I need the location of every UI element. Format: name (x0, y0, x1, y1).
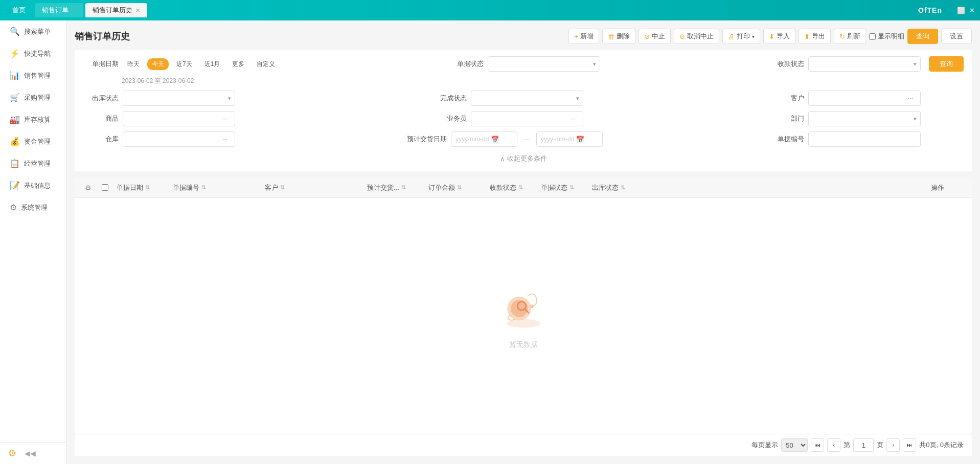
stop-button[interactable]: ⊘ 中止 (639, 29, 671, 44)
first-page-btn[interactable]: ⏮ (811, 438, 824, 452)
th-action-label: 操作 (931, 183, 944, 192)
date-btn-custom[interactable]: 自定义 (252, 58, 280, 70)
delivery-date-start-input[interactable]: yyyy-mm-dd 📅 (451, 131, 517, 147)
collapse-icon: ∧ (500, 155, 505, 163)
th-pay-status[interactable]: 收款状态 ⇅ (486, 183, 537, 192)
print-button[interactable]: 🖨 打印 ▾ (722, 29, 760, 44)
export-icon: ⬆ (804, 33, 810, 40)
warehouse-filter-label: 仓库 (83, 135, 119, 144)
th-delivery[interactable]: 预计交货... ⇅ (363, 183, 424, 192)
prev-page-btn[interactable]: ‹ (827, 438, 840, 452)
pagination: 每页显示 50 10 20 100 ⏮ ‹ 第 页 › ⏭ 共0页, 0条记录 (75, 434, 972, 456)
date-btn-more[interactable]: 更多 (227, 58, 249, 70)
refresh-button[interactable]: ↻ 刷新 (834, 29, 866, 44)
query-button[interactable]: 查询 (907, 29, 938, 44)
tab-home[interactable]: 首页 (5, 3, 33, 17)
select-all-input[interactable] (102, 184, 108, 191)
cancel-stop-button[interactable]: ⊘ 取消中止 (674, 29, 719, 44)
sidebar-item-quicknav[interactable]: ⚡ 快捷导航 (0, 42, 66, 64)
close-btn[interactable]: ✕ (969, 7, 975, 14)
table-wrapper: ⚙ 单据日期 ⇅ 单据编号 ⇅ 客户 ⇅ 预计交货... (75, 178, 972, 434)
sales-icon: 📊 (10, 71, 20, 80)
delivery-date-end-placeholder: yyyy-mm-dd (541, 136, 574, 143)
th-customer[interactable]: 客户 ⇅ (261, 183, 363, 192)
order-no-input[interactable] (813, 132, 916, 146)
th-delivery-sort-icon: ⇅ (401, 184, 406, 191)
customer-input[interactable] (813, 91, 905, 105)
date-btn-today[interactable]: 今天 (147, 58, 169, 70)
pay-status-select[interactable] (808, 56, 921, 72)
print-dropdown-icon: ▾ (752, 34, 755, 39)
sidebar-item-search[interactable]: 🔍 搜索菜单 (0, 20, 66, 42)
sidebar-item-basicinfo[interactable]: 📝 基础信息 (0, 174, 66, 196)
collapse-row: ∧ 收起更多条件 (83, 152, 964, 165)
sidebar-item-sales-label: 销售管理 (24, 71, 51, 80)
th-number[interactable]: 单据编号 ⇅ (169, 183, 261, 192)
salesperson-ellipsis-btn[interactable]: ··· (567, 114, 578, 123)
product-ellipsis-btn[interactable]: ··· (219, 114, 231, 123)
table-select-all-checkbox[interactable] (97, 184, 112, 191)
sidebar-item-operation[interactable]: 📋 经营管理 (0, 152, 66, 174)
new-button[interactable]: + 新增 (568, 29, 599, 44)
sidebar-item-inventory[interactable]: 🏭 库存核算 (0, 108, 66, 130)
tab-sales-order-history-close[interactable]: ✕ (135, 7, 140, 14)
salesperson-input[interactable] (475, 112, 567, 126)
date-range-text: 2023-06-02 至 2023-06-02 (122, 77, 194, 85)
sidebar-item-purchase[interactable]: 🛒 采购管理 (0, 86, 66, 108)
restore-btn[interactable]: ⬜ (957, 7, 965, 14)
setting-button[interactable]: 设置 (941, 29, 972, 44)
total-text: 共0页, 0条记录 (919, 440, 964, 450)
refresh-icon: ↻ (839, 33, 845, 40)
out-status-select[interactable] (123, 91, 235, 106)
dept-select[interactable] (808, 111, 921, 126)
th-out-status[interactable]: 出库状态 ⇅ (588, 183, 639, 192)
empty-state: 暂无数据 (75, 198, 972, 434)
import-button[interactable]: ⬇ 导入 (763, 29, 795, 44)
th-date[interactable]: 单据日期 ⇅ (112, 183, 169, 192)
table-settings-icon[interactable]: ⚙ (79, 184, 97, 192)
last-page-btn[interactable]: ⏭ (903, 438, 916, 452)
collapse-btn[interactable]: ∧ 收起更多条件 (498, 152, 549, 165)
new-icon: + (574, 33, 578, 40)
show-detail-checkbox-label[interactable]: 显示明细 (869, 32, 904, 41)
delete-button[interactable]: 🗑 删除 (602, 29, 635, 44)
tab-sales-order-history[interactable]: 销售订单历史 ✕ (85, 3, 147, 17)
th-pay-status-label: 收款状态 (490, 183, 516, 192)
date-filter-label: 单据日期 (83, 59, 119, 69)
export-button[interactable]: ⬆ 导出 (799, 29, 831, 44)
page-size-select[interactable]: 50 10 20 100 (781, 438, 808, 452)
product-input[interactable] (127, 112, 219, 126)
show-detail-checkbox[interactable] (869, 33, 876, 40)
sidebar-collapse-icon[interactable]: ◀◀ (25, 449, 36, 457)
date-separator: — (521, 136, 532, 143)
tab-sales-order-close[interactable]: ✕ (72, 7, 76, 14)
next-page-btn[interactable]: › (886, 438, 900, 452)
sidebar-item-system[interactable]: ⚙ 系统管理 (0, 196, 66, 218)
delete-icon: 🗑 (608, 33, 614, 40)
sidebar-item-capital[interactable]: 💰 资金管理 (0, 130, 66, 152)
pay-status-select-wrapper: ▾ (808, 56, 921, 72)
customer-ellipsis-btn[interactable]: ··· (905, 94, 916, 103)
th-action: 操作 (927, 183, 968, 192)
sidebar-item-sales[interactable]: 📊 销售管理 (0, 64, 66, 86)
th-order-status[interactable]: 单据状态 ⇅ (537, 183, 588, 192)
warehouse-ellipsis-btn[interactable]: ··· (219, 135, 231, 144)
warehouse-input[interactable] (127, 132, 219, 146)
operation-icon: 📋 (10, 159, 20, 168)
date-btn-1month[interactable]: 近1月 (200, 58, 225, 70)
tab-sales-order[interactable]: 销售订单 ✕ (35, 3, 83, 17)
date-btn-yesterday[interactable]: 昨天 (123, 58, 144, 70)
th-customer-label: 客户 (265, 183, 278, 192)
import-icon: ⬇ (769, 33, 774, 40)
delivery-date-end-input[interactable]: yyyy-mm-dd 📅 (536, 131, 603, 147)
minimize-btn[interactable]: — (946, 7, 953, 14)
order-status-select[interactable] (488, 56, 600, 72)
complete-status-select[interactable] (471, 91, 583, 106)
date-btn-7days[interactable]: 近7天 (172, 58, 197, 70)
page-input[interactable] (853, 438, 874, 452)
query-button-2[interactable]: 查询 (929, 56, 964, 72)
th-amount[interactable]: 订单金额 ⇅ (424, 183, 486, 192)
calendar-start-icon: 📅 (491, 136, 499, 143)
main-layout: 🔍 搜索菜单 ⚡ 快捷导航 📊 销售管理 🛒 采购管理 🏭 库存核算 💰 资金管… (0, 20, 980, 464)
sidebar-settings-icon[interactable]: ⚙ (8, 448, 16, 459)
